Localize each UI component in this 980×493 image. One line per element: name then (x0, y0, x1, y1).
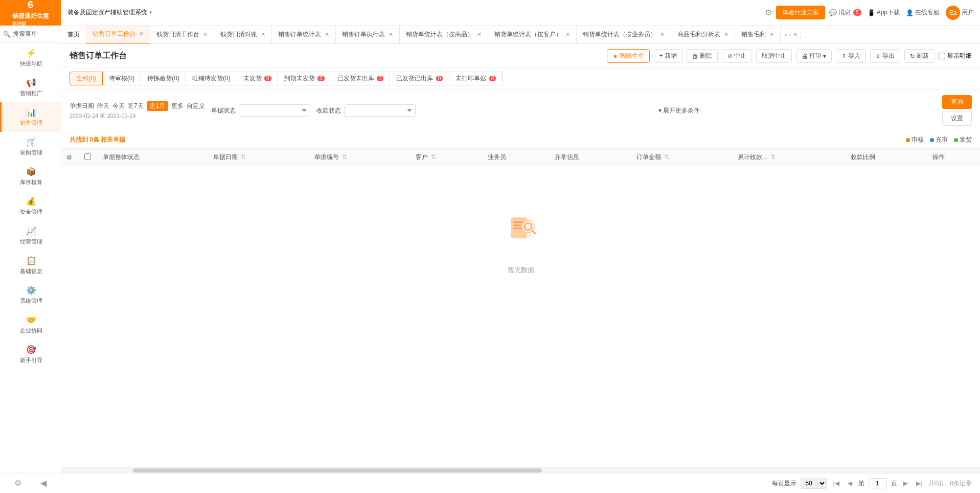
user-action[interactable]: Ea 用户 (946, 6, 974, 20)
close-all-icon[interactable]: ✕ (793, 31, 798, 38)
page-input[interactable] (869, 478, 887, 488)
filter-tab-wangpu[interactable]: 旺铺待发货(0) (186, 72, 237, 85)
maximize-icon[interactable]: ⛶ (800, 31, 806, 38)
filter-tab-expired-not-shipped[interactable]: 到期未发货 0 (278, 72, 331, 85)
filter-tab-all[interactable]: 全部(0) (70, 72, 103, 85)
stop-btn[interactable]: ⊘ 中止 (722, 49, 752, 63)
status-select[interactable] (239, 104, 310, 117)
prev-page-btn[interactable]: ◀ (846, 479, 854, 488)
set-btn[interactable]: 设置 (942, 111, 972, 126)
filter-tab-not-shipped[interactable]: 未发货 0 (237, 72, 278, 85)
sidebar-item-finance[interactable]: 💰 资金管理 (0, 191, 61, 221)
tab-close-by-product[interactable]: ✕ (477, 31, 482, 38)
industry-btn[interactable]: 体验行业方案 (776, 6, 825, 19)
show-detail-input[interactable] (939, 53, 945, 59)
expand-more-btn[interactable]: ▾ 展开更多条件 (658, 106, 700, 115)
per-page-select[interactable]: 50 100 200 (801, 478, 827, 489)
filter-tab-pending-review[interactable]: 待审核(0) (103, 72, 142, 85)
date-custom[interactable]: 自定义 (187, 102, 205, 110)
tab-profit-analysis[interactable]: 商品毛利分析表 ✕ (671, 26, 735, 44)
filter-tab-pending-inspect[interactable]: 待拣验货(0) (141, 72, 186, 85)
th-amount[interactable]: 订单金额 ⇅ (631, 149, 733, 166)
delete-btn[interactable]: 🗑 删除 (687, 49, 718, 63)
tab-sales-exec[interactable]: 销售订单执行表 ✕ (336, 26, 400, 44)
payment-select[interactable] (344, 104, 416, 117)
date-more[interactable]: 更多 (171, 102, 184, 110)
tab-sales-workbench[interactable]: 销售订单工作台 ✕ (86, 26, 150, 44)
chevron-left-icon[interactable]: ‹ (785, 31, 787, 38)
filter-row: 单据日期 昨天 今天 近7天 近1月 更多 自定义 2023-02-24 至 2… (61, 90, 980, 131)
online-service-action[interactable]: 👤 在线客服 (906, 8, 940, 17)
sidebar-item-inventory[interactable]: 📦 库存核算 (0, 162, 61, 191)
date-today[interactable]: 今天 (112, 102, 125, 110)
app-download-action[interactable]: 📱 App下载 (868, 8, 900, 17)
chevron-right-icon[interactable]: › (789, 31, 791, 38)
tab-close-sales-exec[interactable]: ✕ (389, 31, 393, 38)
sidebar-item-collab[interactable]: 🤝 企业协同 (0, 310, 61, 340)
smart-generate-btn[interactable]: ★ 智能生单 (607, 49, 650, 63)
messages-action[interactable]: 💬 消息 5 (829, 8, 861, 17)
pagination: 每页显示 50 100 200 |◀ ◀ 第 页 ▶ ▶| 共0页，0条记录 (61, 473, 980, 493)
th-number[interactable]: 单据编号 ⇅ (309, 149, 411, 166)
tab-sales-profit[interactable]: 销售毛利 ✕ (735, 26, 781, 44)
last-page-btn[interactable]: ▶| (914, 479, 924, 488)
unreviewed-op[interactable]: 充审 (930, 136, 948, 144)
tab-by-product[interactable]: 销货单统计表（按商品） ✕ (400, 26, 488, 44)
tab-by-client[interactable]: 销货单统计表（按客户） ✕ (488, 26, 577, 44)
sidebar-search[interactable]: 🔍 搜索菜单 (0, 26, 61, 43)
th-gear[interactable]: ⚙ (61, 149, 77, 166)
th-date[interactable]: 单据日期 ⇅ (208, 149, 309, 166)
print-btn[interactable]: 🖨 打印 ▾ (796, 49, 832, 63)
topbar-gear-icon[interactable]: ⚙ (765, 8, 772, 17)
review-op[interactable]: 审核 (906, 136, 924, 144)
tab-close-sales-workbench[interactable]: ✕ (139, 31, 144, 37)
sidebar-item-marketing[interactable]: 📢 营销推广 (0, 73, 61, 102)
sidebar-item-guide[interactable]: 🎯 新手引导 (0, 340, 61, 369)
th-checkbox[interactable] (77, 149, 98, 166)
th-received[interactable]: 累计收款... ⇅ (733, 149, 846, 166)
unreviewed-dot (930, 138, 934, 142)
tab-close-profit-analysis[interactable]: ✕ (724, 31, 728, 38)
total-text: 共0页，0条记录 (928, 479, 972, 488)
scrollbar-thumb[interactable] (133, 468, 542, 473)
ship-op[interactable]: 发货 (954, 136, 972, 144)
tab-cash-daily[interactable]: 钱货日清工作台 ✕ (150, 26, 214, 44)
export-btn[interactable]: ⇓ 导出 (870, 49, 900, 63)
sidebar-item-purchase[interactable]: 🛒 采购管理 (0, 132, 61, 162)
tab-close-by-client[interactable]: ✕ (565, 31, 570, 38)
tabbar-more[interactable]: ‹ › ✕ ⛶ (781, 31, 810, 38)
first-page-btn[interactable]: |◀ (831, 479, 841, 488)
tab-close-by-staff[interactable]: ✕ (660, 31, 665, 38)
sidebar-item-operation[interactable]: 📈 经营管理 (0, 221, 61, 251)
sidebar-item-quick-nav[interactable]: ⚡ 快捷导航 (0, 43, 61, 73)
sidebar-item-basic[interactable]: 📋 基础信息 (0, 251, 61, 280)
sidebar-item-sales[interactable]: 📊 销售管理 (0, 102, 61, 132)
date-yesterday[interactable]: 昨天 (97, 102, 109, 110)
query-btn[interactable]: 查询 (942, 95, 972, 109)
sidebar-item-system[interactable]: ⚙️ 系统管理 (0, 280, 61, 310)
filter-tab-shipped-out[interactable]: 已发货已出库 0 (390, 72, 449, 85)
th-customer[interactable]: 客户 ⇅ (411, 149, 483, 166)
tab-sales-stats[interactable]: 销售订单统计表 ✕ (272, 26, 336, 44)
import-btn[interactable]: ⇑ 导入 (836, 49, 866, 63)
tab-close-sales-stats[interactable]: ✕ (325, 31, 329, 38)
dropdown-chevron-icon[interactable]: ▾ (149, 9, 152, 16)
show-detail-checkbox[interactable]: 显示明细 (939, 52, 972, 60)
collapse-icon[interactable]: ◀ (40, 478, 47, 488)
add-btn[interactable]: + 新增 (654, 49, 682, 63)
filter-tab-shipped-not-out[interactable]: 已发货未出库 0 (331, 72, 391, 85)
tab-by-staff[interactable]: 销货单统计表（按业务员） ✕ (577, 26, 671, 44)
select-all-checkbox[interactable] (84, 153, 91, 160)
cancel-stop-btn[interactable]: 取消中止 (756, 49, 792, 63)
date-7days[interactable]: 近7天 (128, 102, 144, 110)
tab-home[interactable]: 首页 (61, 26, 86, 44)
refresh-btn[interactable]: ↻ 刷新 (904, 49, 935, 63)
next-page-btn[interactable]: ▶ (901, 479, 910, 488)
tab-close-sales-profit[interactable]: ✕ (769, 31, 774, 38)
tab-cash-reconcile[interactable]: 钱货日清对账 ✕ (214, 26, 272, 44)
tab-close-cash-daily[interactable]: ✕ (203, 31, 208, 38)
tab-close-cash-reconcile[interactable]: ✕ (261, 31, 265, 38)
filter-tab-not-printed[interactable]: 未打印单据 0 (449, 72, 503, 85)
settings-icon[interactable]: ⚙ (14, 478, 21, 488)
date-1month[interactable]: 近1月 (147, 101, 169, 111)
